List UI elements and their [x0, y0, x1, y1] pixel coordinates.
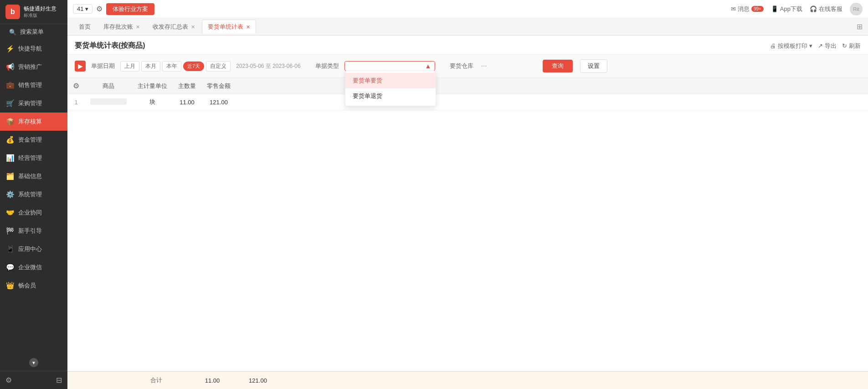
sidebar-item-operation[interactable]: 📊经营管理: [0, 149, 67, 167]
tab-inventory-batch[interactable]: 库存批次账 ✕: [98, 20, 146, 34]
user-avatar[interactable]: Rit: [850, 3, 863, 15]
data-table: ⚙商品主计量单位主数量零售金额 1 块 11.00 121.00: [67, 78, 868, 110]
tab-label-order-summary: 要货单统计表: [208, 23, 243, 31]
date-btn-up[interactable]: 上月: [120, 61, 139, 72]
tab-expand-button[interactable]: ⊞: [857, 22, 863, 31]
search-menu-item[interactable]: 🔍 搜索菜单: [0, 24, 67, 40]
tab-label-receive-summary: 收发存汇总表: [153, 23, 188, 31]
export-icon: ↗: [818, 42, 823, 49]
cell-empty: [236, 94, 868, 110]
col-header-empty: [236, 78, 868, 94]
warehouse-more-icon[interactable]: ···: [481, 62, 487, 70]
date-btn-year[interactable]: 本年: [162, 61, 181, 72]
tab-receive-summary[interactable]: 收发存汇总表 ✕: [147, 20, 201, 34]
sidebar-item-wechat[interactable]: 💬企业微信: [0, 258, 67, 276]
settings-gear-icon[interactable]: ⚙: [96, 5, 103, 13]
purchase-icon: 🛒: [5, 99, 15, 108]
message-button[interactable]: ✉ 消息 99+: [731, 5, 764, 13]
filter-settings-button[interactable]: 设置: [580, 59, 607, 73]
marketing-icon: 📢: [5, 62, 15, 72]
base-icon: 🗂️: [5, 172, 15, 181]
type-filter-input[interactable]: [349, 63, 425, 70]
type-filter-label: 单据类型: [315, 62, 339, 70]
sidebar-item-marketing[interactable]: 📢营销推广: [0, 58, 67, 76]
sidebar-item-purchase[interactable]: 🛒采购管理: [0, 94, 67, 113]
sidebar-item-sales[interactable]: 💼销售管理: [0, 76, 67, 94]
membership-icon: 👑: [5, 281, 15, 290]
sidebar-item-appstore[interactable]: 📱应用中心: [0, 240, 67, 258]
col-header-unit: 主计量单位: [132, 78, 173, 94]
topbar-left: 41 ▾ ⚙ 体验行业方案: [73, 3, 154, 15]
sales-icon: 💼: [5, 81, 15, 90]
sidebar: b 畅捷通好生意 标准版 🔍 搜索菜单 ⚡快捷导航📢营销推广💼销售管理🛒采购管理…: [0, 0, 67, 389]
tab-close-order-summary[interactable]: ✕: [246, 24, 250, 30]
table-header: ⚙商品主计量单位主数量零售金额: [67, 78, 868, 94]
sidebar-item-quick-nav[interactable]: ⚡快捷导航: [0, 40, 67, 58]
trial-button[interactable]: 体验行业方案: [106, 3, 154, 15]
date-range-text: 2023-05-06 至 2023-06-06: [236, 62, 300, 70]
app-download-button[interactable]: 📱 App下载: [771, 5, 802, 13]
date-btn-custom[interactable]: 自定义: [206, 61, 231, 72]
tab-close-inventory-batch[interactable]: ✕: [136, 24, 140, 30]
tab-order-summary[interactable]: 要货单统计表 ✕: [202, 20, 256, 34]
sidebar-item-inventory[interactable]: 📦库存核算: [0, 113, 67, 131]
print-icon: 🖨: [770, 42, 776, 49]
sidebar-item-finance[interactable]: 💰资金管理: [0, 131, 67, 149]
toggle-sidebar-icon[interactable]: ⊟: [56, 376, 62, 384]
page-title: 要货单统计表(按商品): [75, 41, 145, 51]
filter-row: ▶ 单据日期 上月本月本年近7天自定义 2023-05-06 至 2023-06…: [75, 59, 861, 73]
search-icon: 🔍: [9, 29, 16, 36]
tabbar: 首页库存批次账 ✕收发存汇总表 ✕要货单统计表 ✕⊞: [67, 18, 868, 36]
tab-label-inventory-batch: 库存批次账: [103, 23, 133, 31]
export-button[interactable]: ↗ 导出: [818, 42, 837, 50]
dropdown-item-order-goods[interactable]: 要货单要货: [345, 73, 436, 88]
date-btn-cur[interactable]: 本月: [141, 61, 160, 72]
data-table-wrap: ⚙商品主计量单位主数量零售金额 1 块 11.00 121.00: [67, 78, 868, 371]
date-filter-label: 单据日期: [91, 62, 115, 70]
wechat-icon: 💬: [5, 263, 15, 272]
quick-nav-icon: ⚡: [5, 44, 15, 53]
table-row: 1 块 11.00 121.00: [67, 94, 868, 110]
logo-icon: b: [5, 5, 20, 19]
type-filter-wrap: ▲ 要货单要货要货单退货: [344, 61, 436, 71]
column-settings-icon[interactable]: ⚙: [73, 82, 79, 90]
company-selector[interactable]: 41 ▾: [73, 4, 92, 14]
tab-home[interactable]: 首页: [73, 20, 97, 34]
support-icon: 🎧: [810, 5, 817, 12]
settings-icon[interactable]: ⚙: [5, 376, 12, 384]
sidebar-item-membership[interactable]: 👑畅会员: [0, 276, 67, 295]
footer-amount: 121.00: [235, 377, 281, 384]
refresh-button[interactable]: ↻ 刷新: [842, 42, 861, 50]
date-btn-week7[interactable]: 近7天: [183, 61, 204, 71]
sidebar-item-base[interactable]: 🗂️基础信息: [0, 167, 67, 185]
dropdown-item-order-return[interactable]: 要货单退货: [345, 88, 436, 104]
online-support-button[interactable]: 🎧 在线客服: [810, 5, 842, 13]
cell-qty: 11.00: [173, 94, 201, 110]
system-icon: ⚙️: [5, 190, 15, 199]
sidebar-scroll-down[interactable]: ▼: [29, 358, 38, 367]
inventory-icon: 📦: [5, 117, 15, 126]
sidebar-item-guide[interactable]: 🏁新手引导: [0, 222, 67, 240]
filter-expand-button[interactable]: ▶: [75, 61, 86, 72]
chevron-down-icon: ▾: [85, 5, 88, 12]
col-header-settings[interactable]: ⚙: [67, 78, 85, 94]
tab-close-receive-summary[interactable]: ✕: [191, 24, 195, 30]
type-chevron-up-icon[interactable]: ▲: [425, 62, 431, 70]
cell-product: [85, 94, 132, 110]
table-footer: 合计 11.00 121.00: [67, 371, 868, 389]
sidebar-logo: b 畅捷通好生意 标准版: [0, 0, 67, 24]
appstore-icon: 📱: [5, 245, 15, 254]
date-filter-buttons: 上月本月本年近7天自定义: [120, 61, 231, 72]
warehouse-filter-label: 要货仓库: [450, 62, 473, 70]
app-icon: 📱: [771, 5, 778, 12]
filter-bar: ▶ 单据日期 上月本月本年近7天自定义 2023-05-06 至 2023-06…: [67, 55, 868, 78]
sidebar-nav: ⚡快捷导航📢营销推广💼销售管理🛒采购管理📦库存核算💰资金管理📊经营管理🗂️基础信…: [0, 40, 67, 354]
query-button[interactable]: 查询: [543, 60, 573, 72]
page-actions: 🖨 按模板打印 ▾ ↗ 导出 ↻ 刷新: [770, 42, 861, 50]
print-template-button[interactable]: 🖨 按模板打印 ▾: [770, 42, 812, 50]
type-dropdown-menu: 要货单要货要货单退货: [345, 71, 436, 106]
sidebar-item-system[interactable]: ⚙️系统管理: [0, 185, 67, 204]
sidebar-item-enterprise[interactable]: 🤝企业协同: [0, 204, 67, 222]
product-name: [90, 98, 127, 105]
tab-label-home: 首页: [79, 23, 91, 31]
